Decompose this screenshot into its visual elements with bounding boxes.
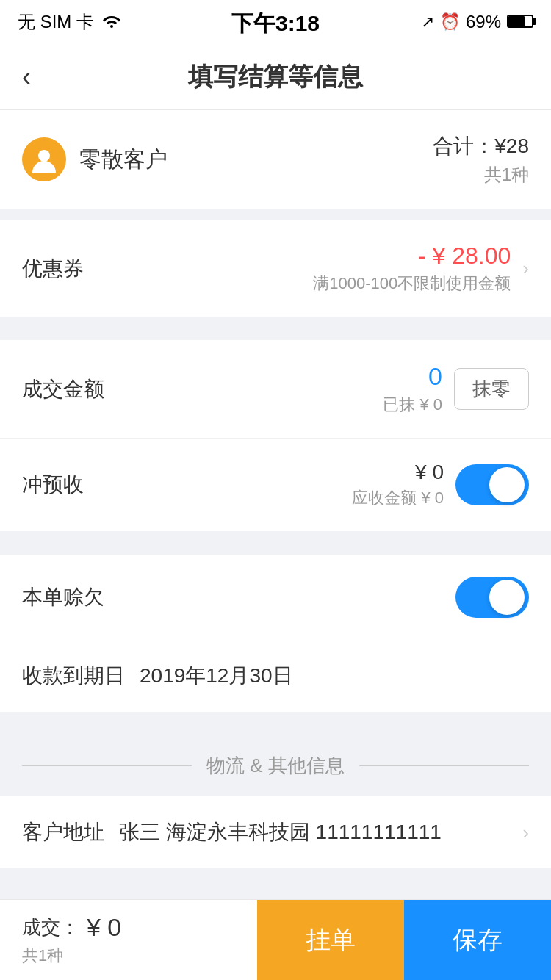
deal-amount-value: 0	[383, 362, 442, 391]
back-button[interactable]: ‹	[22, 62, 31, 93]
customer-right: 合计：¥28 共1种	[433, 132, 529, 187]
logistics-header: 物流 & 其他信息	[0, 735, 551, 796]
divider-2	[0, 543, 551, 555]
prepay-receivable: 应收金额 ¥ 0	[352, 487, 444, 509]
status-right: ↗ ⏰ 69%	[421, 12, 533, 32]
coupon-discount: - ¥ 28.00	[313, 242, 511, 270]
deal-amount-block: 0 已抹 ¥ 0	[383, 362, 442, 416]
bottom-deal: 成交： ¥ 0	[22, 913, 235, 942]
bottom-left: 成交： ¥ 0 共1种	[0, 913, 257, 967]
header-line-right	[359, 765, 529, 766]
coupon-description: 满1000-100不限制使用金额	[313, 273, 511, 295]
coupon-chevron-icon: ›	[522, 257, 529, 280]
prepay-toggle[interactable]	[455, 464, 529, 505]
address-row[interactable]: 客户地址 张三 海淀永丰科技园 11111111111 ›	[0, 796, 551, 868]
address-chevron-icon: ›	[522, 821, 529, 844]
deal-prepay-section: 成交金额 0 已抹 ¥ 0 抹零 冲预收 ¥ 0 应收金额 ¥ 0	[0, 340, 551, 531]
debt-right	[455, 577, 529, 618]
customer-count: 共1种	[433, 163, 529, 187]
battery-icon	[507, 12, 533, 32]
customer-avatar	[22, 137, 66, 181]
battery-percent: 69%	[466, 12, 501, 32]
molin-button[interactable]: 抹零	[454, 368, 529, 410]
divider-1	[0, 328, 551, 340]
customer-section: 零散客户 合计：¥28 共1种	[0, 110, 551, 209]
header-line-left	[22, 765, 192, 766]
coupon-label: 优惠券	[22, 255, 84, 283]
due-date-value: 2019年12月30日	[140, 662, 293, 690]
debt-section: 本单赊欠 收款到期日 2019年12月30日	[0, 555, 551, 712]
deal-already-text: 已抹 ¥ 0	[383, 394, 442, 416]
due-date-label: 收款到期日	[22, 662, 125, 690]
nav-bar: ‹ 填写结算等信息	[0, 44, 551, 110]
coupon-row[interactable]: 优惠券 - ¥ 28.00 满1000-100不限制使用金额 ›	[0, 220, 551, 317]
due-date-row: 收款到期日 2019年12月30日	[0, 640, 551, 712]
bottom-deal-label: 成交：	[22, 915, 79, 940]
customer-total: 合计：¥28	[433, 132, 529, 160]
coupon-value-block: - ¥ 28.00 满1000-100不限制使用金额	[313, 242, 511, 295]
status-time: 下午3:18	[231, 9, 320, 39]
coupon-section: 优惠券 - ¥ 28.00 满1000-100不限制使用金额 ›	[0, 220, 551, 317]
hang-button[interactable]: 挂单	[257, 900, 404, 981]
prepay-value-block: ¥ 0 应收金额 ¥ 0	[352, 461, 444, 509]
page-title: 填写结算等信息	[188, 60, 363, 94]
wifi-icon	[101, 12, 122, 32]
alarm-icon: ⏰	[440, 12, 460, 32]
toggle-knob	[489, 467, 525, 502]
bottom-deal-amount: ¥ 0	[87, 913, 121, 942]
coupon-right: - ¥ 28.00 满1000-100不限制使用金额 ›	[313, 242, 529, 295]
logistics-header-text: 物流 & 其他信息	[206, 753, 345, 779]
prepay-label: 冲预收	[22, 471, 84, 499]
debt-row: 本单赊欠	[0, 555, 551, 640]
divider-3	[0, 724, 551, 735]
save-button[interactable]: 保存	[404, 900, 551, 981]
svg-point-0	[38, 150, 50, 162]
customer-name: 零散客户	[79, 145, 168, 175]
carrier-text: 无 SIM 卡	[18, 10, 94, 34]
deal-amount-label: 成交金额	[22, 375, 104, 403]
prepay-right: ¥ 0 应收金额 ¥ 0	[352, 461, 529, 509]
bottom-bar: 成交： ¥ 0 共1种 挂单 保存	[0, 899, 551, 980]
address-value: 张三 海淀永丰科技园 11111111111	[119, 818, 522, 846]
content: 零散客户 合计：¥28 共1种 优惠券 - ¥ 28.00 满1000-100不…	[0, 110, 551, 956]
customer-left: 零散客户	[22, 137, 168, 181]
debt-toggle[interactable]	[455, 577, 529, 618]
prepay-amount: ¥ 0	[352, 461, 444, 484]
location-icon: ↗	[421, 12, 434, 32]
prepay-row: 冲预收 ¥ 0 应收金额 ¥ 0	[0, 438, 551, 531]
status-bar: 无 SIM 卡 下午3:18 ↗ ⏰ 69%	[0, 0, 551, 44]
debt-label: 本单赊欠	[22, 583, 104, 611]
deal-amount-right: 0 已抹 ¥ 0 抹零	[383, 362, 529, 416]
bottom-count: 共1种	[22, 945, 235, 967]
deal-amount-row: 成交金额 0 已抹 ¥ 0 抹零	[0, 340, 551, 438]
debt-toggle-knob	[489, 580, 525, 615]
address-label: 客户地址	[22, 818, 104, 846]
status-left: 无 SIM 卡	[18, 10, 122, 34]
